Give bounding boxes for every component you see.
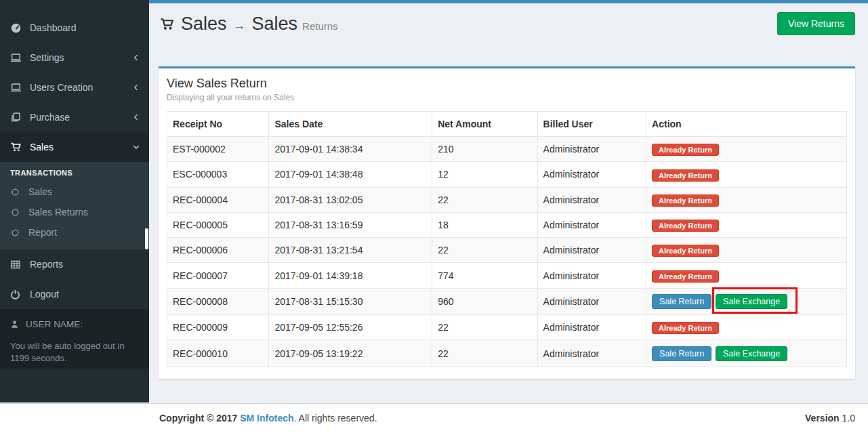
page-title-suffix: Returns	[302, 20, 338, 32]
view-returns-button[interactable]: View Returns	[777, 12, 855, 35]
billed-user-cell: Administrator	[537, 288, 646, 314]
sidebar-user-block: USER NAME: You will be auto logged out i…	[0, 309, 149, 369]
billed-user-cell: Administrator	[537, 315, 646, 340]
copyright-text: Copyright © 2017 SM Infotech. All rights…	[159, 413, 377, 433]
arrow-right-icon: →	[233, 18, 246, 33]
receipt-no-cell: REC-000005	[167, 212, 269, 237]
sale-exchange-button[interactable]: Sale Exchange	[716, 346, 787, 361]
version-label: Version	[805, 413, 840, 424]
sidebar-item-reports[interactable]: Reports	[0, 249, 149, 279]
column-header-sales-date: Sales Date	[269, 112, 432, 137]
already-return-button[interactable]: Already Return	[652, 270, 719, 283]
highlighted-action-wrapper: Sale Exchange	[716, 294, 787, 309]
already-return-button[interactable]: Already Return	[652, 220, 719, 232]
user-name-label: USER NAME:	[26, 319, 83, 329]
panel-subtitle: Displaying all your returns on Sales	[167, 93, 847, 102]
net-amount-cell: 960	[432, 288, 537, 314]
page-title: Sales	[252, 14, 298, 35]
sidebar-item-label: Logout	[30, 289, 59, 300]
receipt-no-cell: EST-000002	[167, 137, 269, 162]
action-cell: Already Return	[646, 263, 847, 288]
column-header-receipt-no: Receipt No	[167, 112, 269, 137]
sidebar-subitem-sales[interactable]: Sales	[0, 182, 149, 202]
breadcrumb: Sales → Sales Returns	[159, 14, 338, 35]
already-return-button[interactable]: Already Return	[652, 245, 719, 257]
sales-returns-table-body: EST-0000022017-09-01 14:38:34210Administ…	[167, 137, 847, 367]
sales-date-cell: 2017-09-01 14:39:18	[269, 263, 432, 288]
action-cell: Already Return	[646, 137, 847, 162]
sidebar-submenu-transactions: TRANSACTIONS Sales Sales Returns Report	[0, 162, 149, 249]
circle-o-icon	[11, 228, 23, 237]
table-header-row: Receipt No Sales Date Net Amount Billed …	[167, 112, 847, 137]
sidebar-subitem-label: Report	[28, 227, 57, 238]
sidebar-item-label: Purchase	[30, 112, 70, 123]
sales-date-cell: 2017-09-01 14:38:48	[269, 162, 432, 187]
already-return-button[interactable]: Already Return	[652, 144, 719, 156]
table-row: REC-0000082017-08-31 15:15:30960Administ…	[167, 288, 847, 314]
sidebar-subitem-report[interactable]: Report	[0, 222, 149, 243]
net-amount-cell: 774	[432, 263, 537, 288]
sidebar-item-dashboard[interactable]: Dashboard	[0, 13, 149, 43]
receipt-no-cell: REC-000004	[167, 187, 269, 212]
receipt-no-cell: REC-000010	[167, 340, 269, 367]
dashboard-icon	[10, 22, 24, 33]
sale-return-button[interactable]: Sale Return	[652, 294, 711, 309]
billed-user-cell: Administrator	[537, 212, 646, 237]
sidebar-subitem-sales-returns[interactable]: Sales Returns	[0, 202, 149, 222]
sidebar-section-label: TRANSACTIONS	[0, 162, 149, 182]
sales-returns-table: Receipt No Sales Date Net Amount Billed …	[167, 111, 847, 367]
sidebar-item-label: Reports	[30, 259, 63, 270]
already-return-button[interactable]: Already Return	[652, 169, 719, 182]
action-cell: Already Return	[646, 315, 847, 340]
net-amount-cell: 12	[432, 162, 537, 187]
already-return-button[interactable]: Already Return	[652, 194, 719, 207]
net-amount-cell: 210	[432, 137, 537, 162]
copyright-suffix: . All rights reserved.	[294, 413, 377, 424]
receipt-no-cell: ESC-000003	[167, 162, 269, 187]
action-cell: Already Return	[646, 187, 847, 212]
action-cell: Sale ReturnSale Exchange	[646, 340, 847, 367]
sale-exchange-button[interactable]: Sale Exchange	[716, 294, 787, 309]
table-row: REC-0000092017-09-05 12:55:2622Administr…	[167, 315, 847, 340]
company-link[interactable]: SM Infotech	[240, 413, 293, 424]
sidebar-item-label: Sales	[30, 142, 54, 152]
billed-user-cell: Administrator	[537, 340, 646, 367]
panel-title: View Sales Return	[167, 77, 847, 91]
sales-date-cell: 2017-09-01 14:38:34	[269, 137, 432, 162]
sidebar-item-sales[interactable]: Sales	[0, 132, 149, 162]
sidebar-item-label: Dashboard	[30, 22, 77, 33]
action-cell: Already Return	[646, 238, 847, 263]
action-cell: Sale ReturnSale Exchange	[646, 288, 847, 314]
copy-files-icon	[10, 112, 24, 123]
sale-return-button[interactable]: Sale Return	[652, 346, 711, 361]
sidebar-item-label: Settings	[30, 52, 64, 63]
billed-user-cell: Administrator	[537, 137, 646, 162]
already-return-button[interactable]: Already Return	[652, 322, 719, 334]
circle-o-icon	[11, 208, 23, 217]
billed-user-cell: Administrator	[537, 238, 646, 263]
monitor-icon	[10, 52, 24, 63]
auto-logout-note: You will be auto logged out in 1199 seco…	[10, 340, 139, 365]
net-amount-cell: 22	[432, 238, 537, 263]
sidebar-item-settings[interactable]: Settings	[0, 43, 149, 73]
sidebar-scrollbar-thumb[interactable]	[145, 228, 148, 249]
sidebar-item-logout[interactable]: Logout	[0, 279, 149, 309]
chevron-down-icon	[132, 143, 140, 151]
sidebar-item-purchase[interactable]: Purchase	[0, 102, 149, 132]
user-icon	[10, 320, 21, 329]
action-cell: Already Return	[646, 212, 847, 237]
power-icon	[10, 289, 24, 300]
table-row: REC-0000072017-09-01 14:39:18774Administ…	[167, 263, 847, 288]
column-header-net-amount: Net Amount	[432, 112, 537, 137]
breadcrumb-primary: Sales	[181, 14, 227, 35]
receipt-no-cell: REC-000007	[167, 263, 269, 288]
version-text: Version 1.0	[805, 413, 855, 433]
copyright-prefix: Copyright © 2017	[159, 413, 240, 424]
billed-user-cell: Administrator	[537, 187, 646, 212]
chevron-left-icon	[132, 54, 140, 62]
shopping-cart-icon	[159, 17, 175, 31]
net-amount-cell: 22	[432, 187, 537, 212]
page-footer: Copyright © 2017 SM Infotech. All rights…	[0, 403, 868, 433]
shopping-cart-icon	[10, 142, 24, 152]
sidebar-item-users-creation[interactable]: Users Creation	[0, 73, 149, 102]
